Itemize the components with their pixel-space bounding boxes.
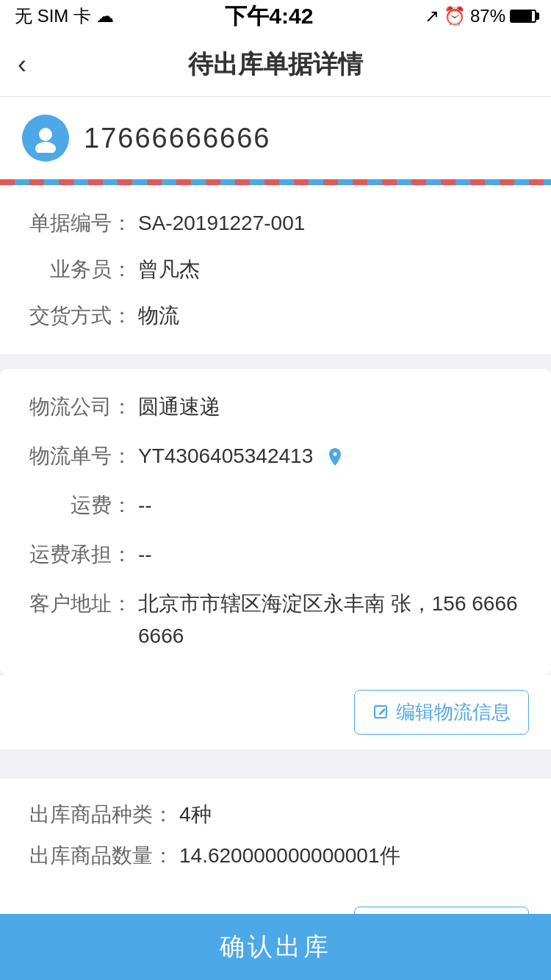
alarm-icon: ⏰ bbox=[444, 6, 466, 26]
customer-header: 17666666666 bbox=[0, 97, 551, 179]
logistics-tracking-label: 物流单号： bbox=[29, 440, 132, 473]
map-pin-icon[interactable] bbox=[322, 444, 348, 470]
svg-point-0 bbox=[39, 128, 52, 141]
dashed-divider bbox=[0, 179, 551, 185]
salesman-row: 业务员： 曾凡杰 bbox=[29, 253, 522, 287]
goods-type-label: 出库商品种类： bbox=[29, 801, 173, 829]
customer-phone: 17666666666 bbox=[84, 123, 270, 154]
salesman-value: 曾凡杰 bbox=[138, 253, 522, 287]
address-label: 客户地址： bbox=[29, 588, 132, 621]
freight-row: 运费： -- bbox=[29, 489, 522, 522]
delivery-row: 交货方式： 物流 bbox=[29, 300, 522, 333]
battery-label: 87% bbox=[470, 6, 505, 26]
spacer-1 bbox=[0, 354, 551, 369]
goods-section: 出库商品种类： 4种 出库商品数量： 14.620000000000001件 bbox=[0, 779, 551, 892]
logistics-tracking-value: YT43064053424​13 bbox=[138, 440, 522, 473]
freight-bear-value: -- bbox=[138, 538, 522, 572]
status-bar: 无 SIM 卡 ☁ 下午4:42 ↗ ⏰ 87% bbox=[0, 0, 551, 32]
svg-point-1 bbox=[35, 142, 56, 153]
edit-logistics-button[interactable]: 编辑物流信息 bbox=[354, 690, 529, 735]
user-icon bbox=[31, 123, 60, 153]
page-title: 待出库单据详情 bbox=[188, 48, 363, 82]
goods-quantity-label: 出库商品数量： bbox=[29, 842, 173, 870]
order-number-label: 单据编号： bbox=[29, 207, 132, 240]
status-left: 无 SIM 卡 ☁ bbox=[15, 4, 114, 28]
delivery-label: 交货方式： bbox=[29, 300, 132, 333]
goods-type-value: 4种 bbox=[179, 801, 212, 829]
freight-value: -- bbox=[138, 489, 522, 522]
goods-quantity-row: 出库商品数量： 14.620000000000001件 bbox=[29, 842, 522, 870]
goods-type-row: 出库商品种类： 4种 bbox=[29, 801, 522, 829]
battery-icon bbox=[510, 10, 536, 23]
sim-label: 无 SIM 卡 ☁ bbox=[15, 4, 114, 28]
confirm-out-label: 确认出库 bbox=[220, 930, 331, 964]
edit-icon bbox=[372, 704, 390, 721]
confirm-out-button[interactable]: 确认出库 bbox=[0, 914, 551, 980]
delivery-value: 物流 bbox=[138, 300, 522, 333]
freight-bear-row: 运费承担： -- bbox=[29, 538, 522, 572]
back-button[interactable]: ‹ bbox=[18, 49, 26, 80]
logistics-tracking-row: 物流单号： YT43064053424​13 bbox=[29, 440, 522, 473]
freight-label: 运费： bbox=[29, 489, 132, 522]
logistics-company-label: 物流公司： bbox=[29, 391, 132, 424]
order-info-section: 单据编号： SA-20191227-001 业务员： 曾凡杰 交货方式： 物流 bbox=[0, 185, 551, 354]
salesman-label: 业务员： bbox=[29, 253, 132, 287]
edit-btn-row: 编辑物流信息 bbox=[0, 675, 551, 749]
edit-logistics-label: 编辑物流信息 bbox=[396, 699, 511, 725]
logistics-company-value: 圆通速递 bbox=[138, 391, 522, 424]
location-icon: ↗ bbox=[425, 6, 439, 26]
logistics-company-row: 物流公司： 圆通速递 bbox=[29, 391, 522, 424]
freight-bear-label: 运费承担： bbox=[29, 538, 132, 572]
order-number-value: SA-20191227-001 bbox=[138, 207, 522, 240]
address-row: 客户地址： 北京市市辖区海淀区永丰南 张，156 6666 6666 bbox=[29, 588, 522, 654]
address-value: 北京市市辖区海淀区永丰南 张，156 6666 6666 bbox=[138, 588, 522, 654]
order-number-row: 单据编号： SA-20191227-001 bbox=[29, 207, 522, 240]
goods-quantity-value: 14.620000000000001件 bbox=[179, 842, 400, 870]
logistics-card: 物流公司： 圆通速递 物流单号： YT43064053424​13 运费： --… bbox=[0, 369, 551, 675]
avatar bbox=[22, 115, 69, 162]
status-right: ↗ ⏰ 87% bbox=[425, 6, 536, 26]
nav-bar: ‹ 待出库单据详情 bbox=[0, 32, 551, 97]
spacer-2 bbox=[0, 749, 551, 764]
status-time: 下午4:42 bbox=[225, 1, 313, 32]
